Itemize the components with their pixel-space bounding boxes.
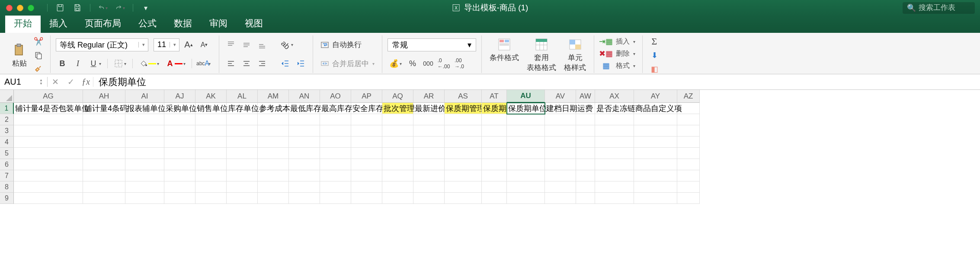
clear-button[interactable]: ◧ [648, 63, 661, 75]
cell-AM1[interactable]: 参考成本 [258, 103, 289, 114]
cell-AT9[interactable] [482, 193, 507, 204]
cell-AG9[interactable] [14, 193, 83, 204]
delete-cells-button[interactable]: ✖▦删除▾ [599, 48, 637, 60]
cell-AZ8[interactable] [677, 181, 700, 193]
cell-AZ9[interactable] [677, 193, 700, 204]
tab-数据[interactable]: 数据 [165, 14, 201, 33]
cell-AT6[interactable] [482, 159, 507, 170]
cell-AY8[interactable] [634, 181, 677, 193]
cell-AO8[interactable] [320, 181, 351, 193]
cell-AZ6[interactable] [677, 159, 700, 170]
cell-AW3[interactable] [576, 125, 595, 137]
cell-AH9[interactable] [83, 193, 125, 204]
row-header-9[interactable]: 9 [0, 193, 14, 204]
font-size-select[interactable]: ▾ [154, 38, 179, 51]
cell-AM7[interactable] [258, 170, 289, 181]
fx-icon[interactable]: ƒx [79, 77, 93, 87]
cell-AT3[interactable] [482, 125, 507, 137]
cell-AM4[interactable] [258, 137, 289, 148]
cell-AQ7[interactable] [382, 170, 413, 181]
minimize-window-button[interactable] [17, 5, 23, 11]
cell-AX6[interactable] [595, 159, 634, 170]
cell-AM2[interactable] [258, 114, 289, 125]
cell-AG3[interactable] [14, 125, 83, 137]
wrap-text-button[interactable]: 自动换行 [318, 39, 363, 51]
cell-AV7[interactable] [545, 170, 576, 181]
cell-AS6[interactable] [445, 159, 482, 170]
increase-decimal-button[interactable]: .0←.00 [437, 57, 450, 70]
decrease-indent-button[interactable] [279, 57, 292, 70]
cell-AH1[interactable]: 辅计量4条码 [83, 103, 125, 114]
cell-AJ1[interactable]: 采购单位 [164, 103, 195, 114]
row-header-5[interactable]: 5 [0, 148, 14, 159]
format-painter-button[interactable] [32, 63, 45, 75]
zoom-window-button[interactable] [28, 5, 34, 11]
cell-AS3[interactable] [445, 125, 482, 137]
cell-AK4[interactable] [195, 137, 227, 148]
cell-AG7[interactable] [14, 170, 83, 181]
cell-AG4[interactable] [14, 137, 83, 148]
row-header-7[interactable]: 7 [0, 170, 14, 181]
font-name-select[interactable]: ▾ [56, 38, 148, 51]
cell-AL5[interactable] [227, 148, 258, 159]
column-header-AQ[interactable]: AQ [382, 90, 413, 103]
cell-AU1[interactable]: 保质期单位 [507, 103, 545, 114]
column-header-AM[interactable]: AM [258, 90, 289, 103]
orientation-button[interactable]: ab▾ [279, 39, 295, 51]
cell-AG8[interactable] [14, 181, 83, 193]
cell-AZ2[interactable] [677, 114, 700, 125]
cell-AW7[interactable] [576, 170, 595, 181]
cell-AN9[interactable] [289, 193, 320, 204]
autosum-button[interactable]: Σ [648, 35, 661, 48]
align-center-button[interactable] [240, 57, 253, 70]
cell-AX1[interactable]: 是否走冻链 [595, 103, 634, 114]
cell-AO5[interactable] [320, 148, 351, 159]
cell-AU3[interactable] [507, 125, 545, 137]
cell-AT4[interactable] [482, 137, 507, 148]
tab-公式[interactable]: 公式 [130, 14, 165, 33]
cell-AX4[interactable] [595, 137, 634, 148]
cell-AV3[interactable] [545, 125, 576, 137]
cell-AH6[interactable] [83, 159, 125, 170]
cell-AJ4[interactable] [164, 137, 195, 148]
cell-AL1[interactable]: 库存单位 [227, 103, 258, 114]
copy-button[interactable] [32, 49, 45, 61]
cell-AH2[interactable] [83, 114, 125, 125]
align-bottom-button[interactable] [256, 39, 269, 51]
font-name-input[interactable] [56, 40, 138, 49]
cell-AJ3[interactable] [164, 125, 195, 137]
cell-AV1[interactable]: 建档日期 [545, 103, 576, 114]
formula-value[interactable]: 保质期单位 [93, 76, 151, 89]
cell-AG2[interactable] [14, 114, 83, 125]
cell-AN6[interactable] [289, 159, 320, 170]
cell-AQ2[interactable] [382, 114, 413, 125]
cell-AJ2[interactable] [164, 114, 195, 125]
tab-开始[interactable]: 开始 [5, 14, 41, 33]
cell-AY6[interactable] [634, 159, 677, 170]
cell-AV8[interactable] [545, 181, 576, 193]
cell-AX2[interactable] [595, 114, 634, 125]
cell-AL6[interactable] [227, 159, 258, 170]
cell-AR7[interactable] [413, 170, 445, 181]
cell-AH5[interactable] [83, 148, 125, 159]
row-header-8[interactable]: 8 [0, 181, 14, 193]
name-box[interactable]: AU1 ▲▼ [0, 77, 48, 87]
cell-AP5[interactable] [351, 148, 382, 159]
conditional-format-button[interactable]: 条件格式 [487, 35, 522, 64]
cell-AX3[interactable] [595, 125, 634, 137]
cell-AY2[interactable] [634, 114, 677, 125]
cell-AZ5[interactable] [677, 148, 700, 159]
cell-AW8[interactable] [576, 181, 595, 193]
cell-AN1[interactable]: 最低库存 [289, 103, 320, 114]
column-header-AL[interactable]: AL [227, 90, 258, 103]
cell-AT1[interactable]: 保质期 [482, 103, 507, 114]
row-header-1[interactable]: 1 [0, 103, 14, 114]
cell-AY5[interactable] [634, 148, 677, 159]
column-header-AT[interactable]: AT [482, 90, 507, 103]
cell-AK5[interactable] [195, 148, 227, 159]
cell-AU2[interactable] [507, 114, 545, 125]
currency-button[interactable]: 💰▾ [388, 57, 404, 70]
cell-styles-button[interactable]: 单元 格样式 [561, 35, 589, 74]
autosave-icon[interactable] [55, 3, 65, 13]
cell-AU5[interactable] [507, 148, 545, 159]
